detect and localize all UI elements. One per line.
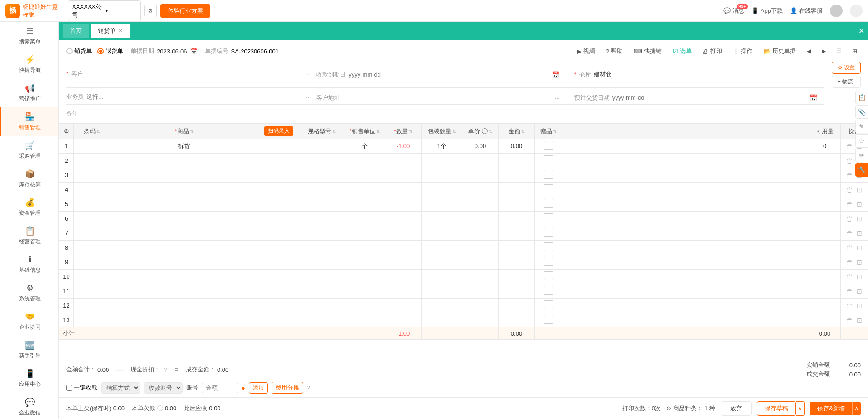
copy-icon[interactable]: ⊡ <box>857 230 862 237</box>
delivery-calendar-icon[interactable]: 📅 <box>810 94 817 101</box>
sidebar-item-purchase[interactable]: 🛒 采购管理 <box>0 136 58 164</box>
customer-address-input[interactable] <box>343 92 550 103</box>
delete-icon[interactable]: 🗑 <box>846 317 853 324</box>
sidebar-item-app[interactable]: 📱 应用中心 <box>0 364 58 393</box>
settings-button[interactable]: ⚙ <box>144 5 157 17</box>
radio-return-order[interactable]: 退货单 <box>97 47 123 55</box>
save-draft-button[interactable]: 保存草稿 <box>757 401 796 416</box>
address-dots[interactable]: ··· <box>555 95 560 101</box>
toolbar-ops[interactable]: ⋮ 操作 <box>729 45 756 57</box>
warehouse-dots[interactable]: ··· <box>812 71 817 78</box>
delete-icon[interactable]: 🗑 <box>846 273 853 280</box>
delete-icon[interactable]: 🗑 <box>846 186 853 193</box>
sidebar-item-marketing[interactable]: 📢 营销推广 <box>0 79 58 107</box>
th-settings[interactable]: ⚙ <box>59 124 74 139</box>
scan-button[interactable]: 扫码录入 <box>264 126 293 136</box>
toolbar-video[interactable]: ▶ 视频 <box>573 45 599 57</box>
tab-close-icon[interactable]: ✕ <box>118 28 123 34</box>
copy-icon[interactable]: ⊡ <box>857 288 862 295</box>
one-click-payment-checkbox[interactable]: 一键收款 <box>66 384 97 392</box>
sidebar-item-enterprise[interactable]: 🤝 企业协同 <box>0 307 58 336</box>
fee-help-icon[interactable]: ? <box>307 385 310 391</box>
discard-button[interactable]: 放弃 <box>721 401 752 416</box>
toolbar-history[interactable]: 📂 历史单据 <box>760 45 800 57</box>
float-btn-3[interactable]: ✎ <box>855 120 868 133</box>
fee-split-button[interactable]: 费用分摊 <box>272 382 303 394</box>
th-scan[interactable]: 扫码录入 <box>258 124 299 139</box>
gift-checkbox[interactable] <box>544 315 553 324</box>
remark-input[interactable] <box>81 108 262 119</box>
delete-icon[interactable]: 🗑 <box>846 302 853 309</box>
sidebar-item-guide[interactable]: 🆕 新手引导 <box>0 336 58 364</box>
toolbar-print[interactable]: 🖨 打印 <box>699 45 726 57</box>
float-btn-6[interactable]: 🔧 <box>855 163 868 177</box>
sidebar-item-wechat[interactable]: 💬 企业微信 <box>0 393 58 419</box>
salesperson-dots[interactable]: ··· <box>304 94 309 101</box>
avatar[interactable] <box>830 5 843 17</box>
radio-sales-order[interactable]: 销货单 <box>66 47 92 55</box>
copy-icon[interactable]: ⊡ <box>857 302 862 309</box>
logistics-button[interactable]: + 物流 <box>832 76 861 88</box>
delete-icon[interactable]: 🗑 <box>846 172 853 179</box>
settings-action-button[interactable]: ⚙ 设置 <box>832 62 861 74</box>
gift-checkbox[interactable] <box>544 228 553 237</box>
delivery-date-input[interactable] <box>612 92 807 103</box>
float-btn-1[interactable]: 📋 <box>855 91 868 104</box>
sidebar-item-inventory[interactable]: 📦 库存核算 <box>0 164 58 193</box>
tab-sales-order[interactable]: 销货单 ✕ <box>91 24 130 38</box>
calendar-icon[interactable]: 📅 <box>190 48 198 55</box>
sidebar-item-search[interactable]: ☰ 搜索菜单 <box>0 22 58 50</box>
add-payment-button[interactable]: 添加 <box>249 382 268 394</box>
delete-icon[interactable]: 🗑 <box>846 201 853 208</box>
tab-bar-close[interactable]: ✕ <box>858 27 864 35</box>
sidebar-item-system[interactable]: ⚙ 系统管理 <box>0 279 58 307</box>
product-type[interactable]: ⊙ 商品种类： 1 种 <box>666 405 715 413</box>
salesperson-input[interactable] <box>87 92 300 102</box>
company-select[interactable]: XXXXXX公司 ▾ <box>68 0 141 21</box>
copy-icon[interactable]: ⊡ <box>857 215 862 222</box>
toolbar-grid-view[interactable]: ⊞ <box>849 46 861 56</box>
gift-checkbox[interactable] <box>544 271 553 280</box>
toolbar-next[interactable]: ▶ <box>818 46 829 56</box>
due-date-input[interactable] <box>349 69 549 80</box>
tab-home[interactable]: 首页 <box>63 24 89 38</box>
delete-icon[interactable]: 🗑 <box>846 244 853 251</box>
notification-button[interactable]: 💬 消息 99+ <box>723 7 744 15</box>
sidebar-item-fund[interactable]: 💰 资金管理 <box>0 193 58 222</box>
copy-icon[interactable]: ⊡ <box>857 244 862 251</box>
float-btn-4[interactable]: ☆ <box>855 134 868 148</box>
toolbar-shortcut[interactable]: ⌨ 快捷键 <box>630 45 665 57</box>
delete-icon[interactable]: 🗑 <box>846 288 853 295</box>
account-select[interactable]: 收款账号 <box>144 382 183 394</box>
gift-checkbox[interactable] <box>544 300 553 309</box>
gift-checkbox[interactable] <box>544 213 553 222</box>
gift-checkbox[interactable] <box>544 155 553 164</box>
due-date-calendar-icon[interactable]: 📅 <box>552 71 559 78</box>
settlement-method-select[interactable]: 结算方式 <box>101 382 140 394</box>
save-new-button[interactable]: 保存&新增 <box>810 402 852 415</box>
gift-checkbox[interactable] <box>544 257 553 266</box>
gift-checkbox[interactable] <box>544 286 553 295</box>
customer-input[interactable] <box>86 68 300 79</box>
gift-checkbox[interactable] <box>544 184 553 193</box>
payment-amount-input[interactable] <box>202 383 238 393</box>
copy-icon[interactable]: ⊡ <box>857 259 862 266</box>
copy-icon[interactable]: ⊡ <box>857 186 862 193</box>
customer-dots[interactable]: ··· <box>304 70 309 77</box>
save-draft-dropdown[interactable]: ∧ <box>796 401 805 416</box>
copy-icon[interactable]: ⊡ <box>857 317 862 324</box>
online-support-button[interactable]: 👤 在线客服 <box>790 7 823 15</box>
delete-icon[interactable]: 🗑 <box>846 259 853 266</box>
toolbar-select[interactable]: ☑ 选单 <box>669 45 695 57</box>
sidebar-item-basic[interactable]: ℹ 基础信息 <box>0 250 58 279</box>
float-btn-2[interactable]: 📎 <box>855 105 868 119</box>
trial-button[interactable]: 体验行业方案 <box>160 4 210 18</box>
copy-icon[interactable]: ⊡ <box>857 201 862 208</box>
gift-checkbox[interactable] <box>544 199 553 208</box>
delete-icon[interactable]: 🗑 <box>846 157 853 164</box>
save-new-dropdown[interactable]: ∧ <box>852 402 861 415</box>
delete-icon[interactable]: 🗑 <box>846 143 853 150</box>
app-download-button[interactable]: 📱 App下载 <box>752 7 783 15</box>
gift-checkbox[interactable] <box>544 242 553 251</box>
sidebar-item-ops[interactable]: 📋 经营管理 <box>0 222 58 250</box>
